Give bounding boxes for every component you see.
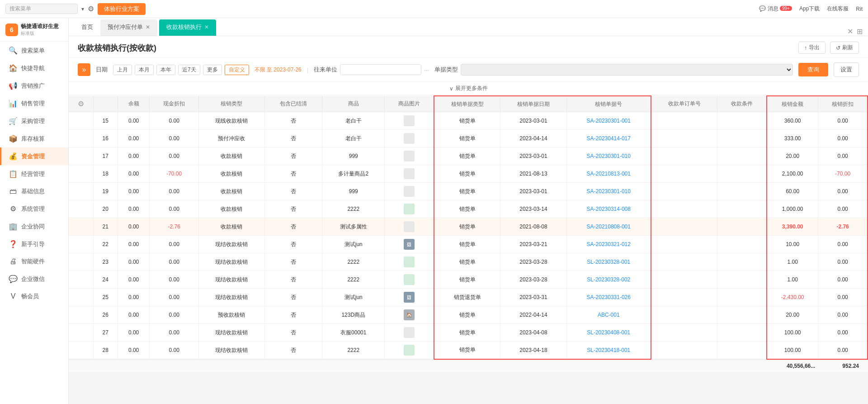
filter-bar: » 日期 上月 本月 本年 近7天 更多 自定义 不限 至 2023-07-26… (69, 58, 868, 82)
app-download-link[interactable]: App下载 (799, 5, 820, 13)
cell-receipt-order-no (651, 289, 717, 306)
date-btn-this-month[interactable]: 本月 (135, 65, 154, 75)
sidebar-item-vip[interactable]: V 畅会员 (0, 288, 68, 305)
cell-verify-bill-date: 2023-03-28 (500, 271, 566, 289)
date-btn-custom[interactable]: 自定义 (225, 65, 249, 75)
cell-settings (69, 289, 93, 306)
table-row: 180.00-70.00收款核销否多计量商品2销货单2021-08-13SA-2… (69, 165, 868, 183)
from-unit-dots[interactable]: ··· (424, 67, 429, 73)
refresh-icon: ↺ (836, 45, 840, 51)
tab-home[interactable]: 首页 (74, 19, 100, 36)
date-btn-more[interactable]: 更多 (203, 65, 222, 75)
solution-button[interactable]: 体验行业方案 (98, 3, 146, 15)
top-search-input[interactable]: 搜索菜单 (5, 4, 78, 14)
cell-verify-discount: 0.00 (818, 236, 868, 253)
cell-receipt-condition (717, 253, 767, 271)
refresh-button[interactable]: ↺ 刷新 (830, 42, 859, 54)
verify-bill-no-link[interactable]: SA-20230331-026 (587, 294, 631, 300)
tab-prepay[interactable]: 预付冲应付单 ✕ (100, 19, 157, 36)
sidebar-item-label: 企业协同 (21, 223, 45, 231)
verify-bill-no-link[interactable]: SL-20230408-001 (587, 329, 630, 336)
cell-verify-discount: 0.00 (818, 147, 868, 165)
sidebar-item-basic-info[interactable]: 🗃 基础信息 (0, 183, 68, 200)
cell-verify-bill-no: SA-20230321-012 (566, 236, 651, 253)
vip-icon: V (9, 292, 18, 300)
cell-receipt-condition (717, 183, 767, 200)
verify-bill-no-link[interactable]: SA-20230301-001 (587, 118, 631, 124)
cell-balance: 0.00 (118, 147, 150, 165)
date-range-display: 不限 至 2023-07-26 (255, 66, 302, 74)
cell-verify-bill-type: 销货单 (434, 200, 500, 218)
expand-more-bar[interactable]: ∨ 展开更多条件 (69, 82, 868, 95)
col-settings-header[interactable]: ⚙ (69, 96, 93, 112)
sidebar-item-purchase[interactable]: 🛒 采购管理 (0, 112, 68, 130)
close-all-icon[interactable]: ✕ (847, 27, 853, 36)
cell-goods: 2222 (322, 342, 385, 359)
verify-bill-no-link[interactable]: SA-20230301-010 (587, 153, 631, 159)
sidebar-item-search[interactable]: 🔍 搜索菜单 (0, 42, 68, 59)
cell-row-num: 16 (93, 130, 118, 147)
col-included-clear-header: 包含已结清 (265, 96, 322, 112)
sidebar-item-quick-nav[interactable]: 🏠 快捷导航 (0, 59, 68, 77)
sidebar-item-system[interactable]: ⚙ 系统管理 (0, 200, 68, 218)
verify-bill-no-link[interactable]: SA-20210813-001 (587, 171, 631, 177)
user-name[interactable]: Rit (856, 6, 863, 12)
sidebar-item-label: 快捷导航 (21, 64, 45, 72)
restore-icon[interactable]: ⊞ (857, 27, 863, 36)
footer-verify-amount: 40,556,66... (787, 363, 815, 369)
cell-cash-discount: 0.00 (150, 253, 198, 271)
cell-included-clear: 否 (265, 342, 322, 359)
verify-bill-no-link[interactable]: SA-20230314-008 (587, 206, 631, 212)
sidebar-item-inventory[interactable]: 📦 库存核算 (0, 130, 68, 147)
date-btn-7days[interactable]: 近7天 (178, 65, 200, 75)
sidebar-item-funds[interactable]: 💰 资金管理 (0, 147, 68, 165)
tab-receipt-verify-close[interactable]: ✕ (204, 24, 209, 30)
filter-settings-button[interactable]: 设置 (834, 62, 859, 77)
sidebar-item-enterprise[interactable]: 🏢 企业协同 (0, 218, 68, 235)
expand-more-icon: ∨ (449, 86, 453, 92)
cell-settings (69, 147, 93, 165)
sidebar-item-operations[interactable]: 📋 经营管理 (0, 165, 68, 183)
col-verify-bill-no-header: 核销单据号 (566, 96, 651, 112)
verify-bill-no-link[interactable]: SL-20230328-002 (587, 276, 630, 283)
cell-balance: 0.00 (118, 200, 150, 218)
verify-bill-no-link[interactable]: SA-20230414-017 (587, 135, 631, 142)
cell-row-num: 17 (93, 147, 118, 165)
export-button[interactable]: ↑ 导出 (798, 42, 826, 54)
verify-bill-no-link[interactable]: SA-20230321-012 (587, 241, 631, 247)
verify-bill-no-link[interactable]: SA-20210808-001 (587, 223, 631, 230)
sidebar-item-sales[interactable]: 📊 销售管理 (0, 95, 68, 112)
dropdown-arrow[interactable]: ▾ (81, 6, 84, 12)
online-service-link[interactable]: 在线客服 (827, 5, 849, 13)
cell-row-num: 24 (93, 271, 118, 289)
table-row: 160.000.00预付冲应收否老白干销货单2023-04-14SA-20230… (69, 130, 868, 147)
filter-toggle-button[interactable]: » (78, 63, 90, 76)
verify-bill-no-link[interactable]: ABC-001 (598, 312, 620, 318)
cell-verify-bill-type: 销货单 (434, 147, 500, 165)
date-btn-this-year[interactable]: 本年 (156, 65, 175, 75)
sidebar-item-guide[interactable]: ❓ 新手引导 (0, 235, 68, 253)
sidebar-item-label: 资金管理 (21, 152, 45, 161)
cell-verify-discount: -70.00 (818, 165, 868, 183)
cell-goods-img: 🏠 (385, 306, 434, 324)
sidebar-item-smart-hw[interactable]: 🖨 智能硬件 (0, 253, 68, 270)
sidebar-item-wechat[interactable]: 💬 企业微信 (0, 270, 68, 288)
verify-bill-no-link[interactable]: SL-20230418-001 (587, 347, 630, 353)
cell-goods: 999 (322, 147, 385, 165)
settings-gear-icon[interactable]: ⚙ (88, 5, 94, 13)
notification-area[interactable]: 💬 消息 99+ (759, 5, 792, 13)
cell-verify-type: 现结收款核销 (198, 342, 264, 359)
notification-badge: 99+ (780, 6, 792, 11)
tab-prepay-close[interactable]: ✕ (146, 24, 150, 30)
cell-included-clear: 否 (265, 112, 322, 130)
verify-bill-no-link[interactable]: SA-20230301-010 (587, 188, 631, 195)
date-btn-last-month[interactable]: 上月 (113, 65, 132, 75)
from-unit-input[interactable] (340, 64, 421, 75)
verify-bill-no-link[interactable]: SL-20230328-001 (587, 259, 630, 265)
col-verify-discount-header: 核销折扣 (818, 96, 868, 112)
tab-receipt-verify[interactable]: 收款核销执行 ✕ (159, 19, 216, 36)
bill-type-select[interactable] (461, 64, 793, 76)
query-button[interactable]: 查询 (798, 63, 828, 76)
cell-verify-discount: 0.00 (818, 200, 868, 218)
sidebar-item-marketing[interactable]: 📢 营销推广 (0, 77, 68, 95)
